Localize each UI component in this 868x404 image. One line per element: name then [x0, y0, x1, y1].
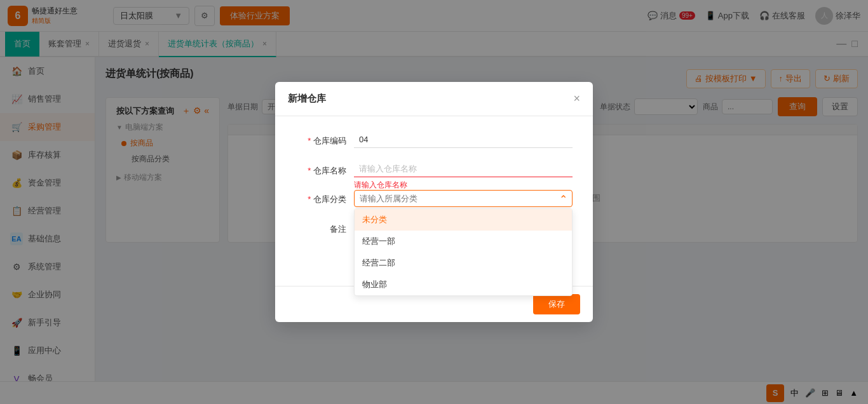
category-input[interactable] — [354, 190, 573, 207]
category-label: 仓库分类 — [295, 190, 346, 205]
modal-title: 新增仓库 — [288, 93, 326, 105]
name-label: 仓库名称 — [295, 161, 346, 177]
note-label: 备注 — [295, 220, 346, 235]
modal-body: 仓库编码 仓库名称 请输入仓库名称 仓库分类 ⌃ 未分类 经营一部 经营二部 — [275, 116, 593, 286]
warehouse-name-row: 仓库名称 请输入仓库名称 — [295, 161, 573, 177]
warehouse-code-row: 仓库编码 — [295, 131, 573, 148]
code-label: 仓库编码 — [295, 131, 346, 147]
modal-close-button[interactable]: × — [573, 92, 580, 105]
dropdown-item-dept1[interactable]: 经营一部 — [355, 231, 572, 252]
category-dropdown: 未分类 经营一部 经营二部 物业部 — [354, 208, 573, 296]
warehouse-name-input[interactable] — [354, 161, 573, 177]
save-button[interactable]: 保存 — [533, 294, 580, 314]
dropdown-item-unclassified[interactable]: 未分类 — [355, 209, 572, 231]
dropdown-item-dept3[interactable]: 物业部 — [355, 274, 572, 295]
dropdown-item-dept2[interactable]: 经营二部 — [355, 252, 572, 274]
warehouse-code-input[interactable] — [354, 131, 573, 148]
modal-header: 新增仓库 × — [275, 82, 593, 116]
new-warehouse-modal: 新增仓库 × 仓库编码 仓库名称 请输入仓库名称 仓库分类 ⌃ 未分类 — [275, 82, 593, 322]
name-error-message: 请输入仓库名称 — [354, 180, 407, 191]
category-select-wrap: ⌃ 未分类 经营一部 经营二部 物业部 — [354, 190, 573, 207]
warehouse-category-row: 仓库分类 ⌃ 未分类 经营一部 经营二部 物业部 — [295, 190, 573, 207]
